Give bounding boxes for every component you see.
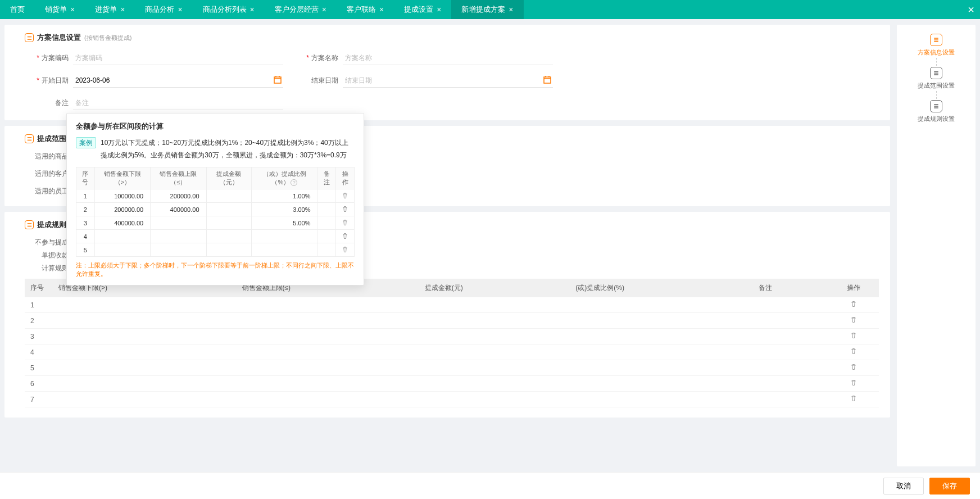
table-row: 3400000.005.00% <box>76 216 355 230</box>
table-row[interactable]: 2 <box>25 313 879 329</box>
anchor-icon <box>930 34 942 46</box>
trash-icon[interactable] <box>850 364 857 372</box>
label-end-date: 结束日期 <box>294 76 343 85</box>
table-row[interactable]: 6 <box>25 376 879 392</box>
plan-name-input[interactable] <box>343 51 553 65</box>
panel-icon: ☰ <box>25 33 34 42</box>
panel-plan-info: ☰ 方案信息设置 (按销售金额提成) 方案编码 方案名称 开始日期 <box>4 25 890 120</box>
table-row: 5 <box>76 243 355 257</box>
example-text: 10万元以下无提成；10~20万元提成比例为1%；20~40万提成比例为3%；4… <box>101 137 355 161</box>
table-row: 2200000.00400000.003.00% <box>76 203 355 216</box>
tab-home[interactable]: 首页 <box>0 0 35 19</box>
main-scroll[interactable]: ☰ 方案信息设置 (按销售金额提成) 方案编码 方案名称 开始日期 <box>0 19 897 472</box>
calendar-icon[interactable] <box>273 75 282 84</box>
tabbar-close-icon[interactable]: × <box>968 0 974 19</box>
table-row[interactable]: 5 <box>25 360 879 376</box>
trash-icon[interactable] <box>850 333 857 341</box>
close-icon[interactable]: × <box>250 5 255 14</box>
table-row[interactable]: 7 <box>25 392 879 407</box>
trash-icon[interactable] <box>342 207 348 214</box>
close-icon[interactable]: × <box>379 5 384 14</box>
trash-icon[interactable] <box>850 348 857 356</box>
example-tag: 案例 <box>76 137 96 148</box>
footer-actions: 取消 保存 <box>0 472 980 499</box>
tab-product-analysis-list[interactable]: 商品分析列表× <box>193 0 265 19</box>
rules-table: 序号 销售金额下限(>) 销售金额上限(≤) 提成金额(元) (或)提成比例(%… <box>25 279 879 407</box>
anchor-icon <box>930 67 942 79</box>
remark-input[interactable] <box>73 96 283 110</box>
popover-title: 全额参与所在区间段的计算 <box>76 121 355 131</box>
tab-new-commission-plan[interactable]: 新增提成方案× <box>451 0 523 19</box>
label-start-date: 开始日期 <box>25 76 73 85</box>
tab-product-analysis[interactable]: 商品分析× <box>135 0 192 19</box>
panel-title: 方案信息设置 <box>37 33 81 43</box>
trash-icon[interactable] <box>850 301 857 309</box>
example-popover: 全额参与所在区间段的计算 案例 10万元以下无提成；10~20万元提成比例为1%… <box>66 113 364 285</box>
label-plan-name: 方案名称 <box>294 53 343 63</box>
trash-icon[interactable] <box>850 380 857 388</box>
panel-icon: ☰ <box>25 220 34 229</box>
end-date-input[interactable] <box>343 73 553 88</box>
trash-icon[interactable] <box>342 193 348 200</box>
tab-customer-contact[interactable]: 客户联络× <box>337 0 394 19</box>
anchor-plan-info[interactable]: 方案信息设置 <box>918 34 955 57</box>
trash-icon[interactable] <box>342 234 348 241</box>
popover-note: 注：上限必须大于下限；多个阶梯时，下一个阶梯下限要等于前一阶梯上限；不同行之间下… <box>76 261 355 278</box>
close-icon[interactable]: × <box>322 5 326 14</box>
panel-subtitle: (按销售金额提成) <box>84 34 131 42</box>
table-row[interactable]: 1 <box>25 297 879 313</box>
example-table: 序号 销售金额下限（>） 销售金额上限（≤） 提成金额（元） （或）提成比例（%… <box>76 167 355 257</box>
start-date-input[interactable] <box>73 73 283 88</box>
close-icon[interactable]: × <box>120 5 125 14</box>
anchor-rules[interactable]: 提成规则设置 <box>918 100 955 123</box>
trash-icon[interactable] <box>342 220 348 227</box>
table-row: 1100000.00200000.001.00% <box>76 189 355 203</box>
anchor-scope[interactable]: 提成范围设置 <box>918 67 955 90</box>
anchor-icon <box>930 100 942 112</box>
table-row: 4 <box>76 230 355 243</box>
close-icon[interactable]: × <box>178 5 182 14</box>
anchor-nav: 方案信息设置 提成范围设置 提成规则设置 <box>897 25 976 466</box>
table-row[interactable]: 3 <box>25 329 879 344</box>
close-icon[interactable]: × <box>509 5 513 14</box>
tab-commission-settings[interactable]: 提成设置× <box>394 0 451 19</box>
panel-rules: ☰ 提成规则设置 不参与提成 单据收款 计算规则 固定比例 区间超额提 区间全额… <box>4 212 890 418</box>
close-icon[interactable]: × <box>437 5 441 14</box>
tab-purchase-order[interactable]: 进货单× <box>85 0 135 19</box>
table-row[interactable]: 4 <box>25 344 879 360</box>
trash-icon[interactable] <box>342 247 348 254</box>
calendar-icon[interactable] <box>543 75 552 84</box>
cancel-button[interactable]: 取消 <box>883 478 924 495</box>
trash-icon[interactable] <box>850 396 857 403</box>
label-remark: 备注 <box>25 98 73 108</box>
close-icon[interactable]: × <box>70 5 75 14</box>
trash-icon[interactable] <box>850 317 857 325</box>
plan-code-input[interactable] <box>73 51 283 65</box>
panel-icon: ☰ <box>25 134 34 143</box>
tab-sales-order[interactable]: 销货单× <box>35 0 85 19</box>
label-plan-code: 方案编码 <box>25 53 73 63</box>
tab-bar: 首页 销货单× 进货单× 商品分析× 商品分析列表× 客户分层经营× 客户联络×… <box>0 0 980 19</box>
info-icon[interactable]: ? <box>291 179 297 186</box>
save-button[interactable]: 保存 <box>929 478 970 495</box>
tab-customer-tier[interactable]: 客户分层经营× <box>265 0 337 19</box>
